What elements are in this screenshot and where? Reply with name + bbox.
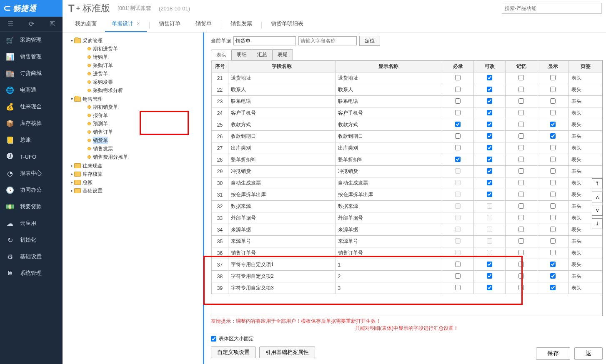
tree-folder[interactable]: ▾采购管理 [63,37,201,45]
grid-checkbox[interactable] [487,180,492,185]
grid-checkbox[interactable] [487,98,492,104]
grid-checkbox[interactable] [487,273,492,279]
grid-checkbox[interactable] [518,285,524,290]
grid-checkbox[interactable] [518,215,524,220]
sidebar-item[interactable]: ◔报表中心 [0,165,63,182]
tab[interactable]: 我的桌面 [68,16,103,32]
sidebar-item[interactable]: ☁云应用 [0,215,63,232]
sidebar-item[interactable]: 🌐电商通 [0,82,63,98]
tree-leaf[interactable]: 预测单 [63,120,201,127]
move-bottom-button[interactable]: ⤓ [592,218,603,229]
tab[interactable]: 销货单明细表 [264,16,310,32]
table-row[interactable]: 24客户手机号客户手机号表头 [212,107,602,119]
grid-checkbox[interactable] [550,180,556,185]
display-name-cell[interactable]: 按仓库拆单出库 [335,189,442,201]
display-name-cell[interactable]: 冲抵销货 [335,166,442,177]
tree-leaf[interactable]: 采购发票 [63,78,201,86]
grid-checkbox[interactable] [487,145,492,150]
tree-leaf[interactable]: 销售发票 [63,145,201,152]
table-row[interactable]: 38字符专用自定义项22表头 [212,271,602,282]
grid-checkbox[interactable] [518,262,524,267]
move-top-button[interactable]: ⤒ [592,178,603,189]
menu-icon[interactable]: ☰ [0,17,21,31]
tab[interactable]: 销售订单 [152,16,187,32]
grid-checkbox[interactable] [550,110,556,115]
tree-leaf[interactable]: 期初销货单 [63,103,201,111]
table-row[interactable]: 39字符专用自定义项33表头 [212,282,602,294]
table-row[interactable]: 37字符专用自定义项11表头 [212,259,602,271]
locate-button[interactable]: 定位 [359,36,380,46]
table-row[interactable]: 21送货地址送货地址表头 [212,72,602,84]
grid-checkbox[interactable] [518,98,524,104]
display-name-cell[interactable]: 1 [335,259,442,271]
search-input[interactable] [502,3,602,14]
display-name-cell[interactable]: 送货地址 [335,72,442,84]
grid-checkbox[interactable] [550,98,556,104]
close-icon[interactable]: × [137,20,140,27]
grid-checkbox[interactable] [487,192,492,197]
grid-checkbox[interactable] [455,145,461,150]
tree-leaf[interactable]: 采购订单 [63,62,201,69]
grid-checkbox[interactable] [550,203,556,209]
tree-folder[interactable]: ▸基础设置 [63,187,201,194]
sidebar-item[interactable]: 🏬订货商城 [0,65,63,82]
table-row[interactable]: 25收款方式收款方式表头 [212,119,602,131]
grid-checkbox[interactable] [550,133,556,139]
grid-checkbox[interactable] [455,157,461,162]
grid-checkbox[interactable] [455,122,461,127]
field-search-input[interactable] [298,36,357,45]
grid-checkbox[interactable] [550,262,556,267]
grid-checkbox[interactable] [487,87,492,92]
grid-checkbox[interactable] [518,110,524,115]
grid-checkbox[interactable] [550,227,556,232]
tab[interactable]: 销货单 [189,16,218,32]
grid-checkbox[interactable] [518,133,524,139]
grid-checkbox[interactable] [455,98,461,104]
tab[interactable]: 销售发票 [224,16,259,32]
tree-leaf[interactable]: 销售订单 [63,128,201,136]
grid-checkbox[interactable] [518,122,524,127]
table-row[interactable]: 32数据来源数据来源表头 [212,201,602,212]
tree-folder[interactable]: ▸往来现金 [63,162,201,170]
display-name-cell[interactable]: 整单折扣% [335,154,442,166]
grid-checkbox[interactable] [487,133,492,139]
grid-checkbox[interactable] [518,180,524,185]
subtab[interactable]: 表头 [211,50,232,60]
grid-checkbox[interactable] [487,285,492,290]
grid-checkbox[interactable] [550,215,556,220]
sidebar-item[interactable]: 🅤T-UFO [0,148,63,165]
grid-checkbox[interactable] [550,285,556,290]
tree-leaf[interactable]: 请购单 [63,53,201,61]
tree-folder[interactable]: ▾销售管理 [63,95,201,103]
ref-archive-button[interactable]: 引用基础档案属性 [259,347,315,358]
expand-icon[interactable]: ⇱ [42,17,63,31]
grid-checkbox[interactable] [550,273,556,279]
grid-checkbox[interactable] [550,157,556,162]
grid-checkbox[interactable] [518,238,524,244]
display-name-cell[interactable]: 外部单据号 [335,212,442,224]
subtab[interactable]: 汇总 [252,49,273,60]
display-name-cell[interactable]: 客户手机号 [335,107,442,119]
table-row[interactable]: 35来源单号来源单号表头 [212,236,602,247]
grid-checkbox[interactable] [455,273,461,279]
sidebar-item[interactable]: 💰往来现金 [0,98,63,115]
table-row[interactable]: 34来源单据来源单据表头 [212,224,602,236]
display-name-cell[interactable]: 来源单据 [335,224,442,236]
refresh-icon[interactable]: ⟳ [21,17,42,31]
move-up-button[interactable]: ∧ [592,192,603,202]
sidebar-item[interactable]: ↻初始化 [0,232,63,248]
grid-checkbox[interactable] [550,75,556,80]
sidebar-item[interactable]: 🛒采购管理 [0,32,63,48]
sidebar-item[interactable]: 📊销售管理 [0,48,63,65]
grid-checkbox[interactable] [518,192,524,197]
display-name-cell[interactable]: 数据来源 [335,201,442,212]
subtab[interactable]: 明细 [231,49,252,60]
grid-checkbox[interactable] [455,262,461,267]
display-name-cell[interactable]: 出库类别 [335,142,442,154]
display-name-cell[interactable]: 收款方式 [335,119,442,131]
grid-checkbox[interactable] [518,227,524,232]
tree-folder[interactable]: ▸库存核算 [63,170,201,178]
grid-checkbox[interactable] [455,87,461,92]
table-row[interactable]: 31按仓库拆单出库按仓库拆单出库表头 [212,189,602,201]
move-down-button[interactable]: ∨ [592,205,603,216]
